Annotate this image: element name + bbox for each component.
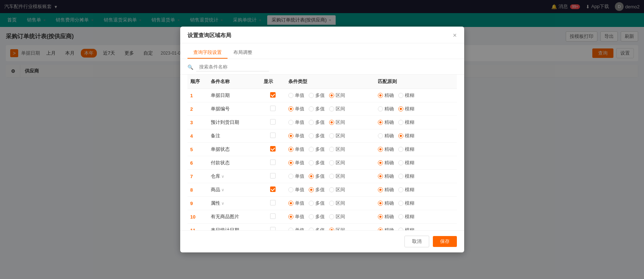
cell-match: 精确模糊	[375, 183, 457, 197]
radio-match-模糊[interactable]: 模糊	[398, 227, 414, 230]
radio-match-精确[interactable]: 精确	[378, 146, 394, 153]
th-condition-type: 条件类型	[285, 75, 375, 89]
radio-label: 精确	[384, 227, 394, 230]
display-checkbox[interactable]	[270, 227, 276, 230]
radio-type-区间[interactable]: 区间	[329, 227, 345, 230]
display-checkbox[interactable]	[270, 160, 276, 165]
radio-circle	[378, 187, 383, 192]
cell-match: 精确模糊	[375, 129, 457, 143]
radio-match-模糊[interactable]: 模糊	[398, 160, 414, 166]
radio-label: 区间	[336, 173, 345, 180]
radio-circle	[398, 187, 403, 192]
radio-match-精确[interactable]: 精确	[378, 213, 394, 220]
radio-type-单值[interactable]: 单值	[288, 146, 304, 153]
cell-type: 单值多值区间	[285, 102, 375, 116]
radio-match-精确[interactable]: 精确	[378, 92, 394, 99]
radio-match-精确[interactable]: 精确	[378, 227, 394, 230]
radio-type-区间[interactable]: 区间	[329, 200, 345, 207]
radio-label: 模糊	[405, 173, 414, 180]
radio-type-单值[interactable]: 单值	[288, 200, 304, 207]
tab-layout-adjust[interactable]: 布局调整	[228, 47, 258, 59]
radio-type-单值[interactable]: 单值	[288, 160, 304, 166]
radio-match-精确[interactable]: 精确	[378, 186, 394, 193]
radio-match-精确[interactable]: 精确	[378, 133, 394, 139]
table-row: 3预计到货日期单值多值区间精确模糊	[187, 116, 457, 129]
table-row: 1单据日期单值多值区间精确模糊	[187, 89, 457, 102]
radio-match-精确[interactable]: 精确	[378, 200, 394, 207]
display-checkbox[interactable]	[270, 186, 276, 192]
radio-type-多值[interactable]: 多值	[309, 146, 325, 153]
display-checkbox[interactable]	[270, 106, 276, 111]
radio-type-多值[interactable]: 多值	[309, 106, 325, 112]
dialog-title: 设置查询区域布局	[187, 32, 231, 39]
display-checkbox[interactable]	[270, 173, 276, 178]
radio-match-精确[interactable]: 精确	[378, 160, 394, 166]
cell-name: 备注	[208, 129, 261, 143]
radio-match-模糊[interactable]: 模糊	[398, 106, 414, 112]
radio-type-单值[interactable]: 单值	[288, 173, 304, 180]
radio-type-多值[interactable]: 多值	[309, 92, 325, 99]
table-row: 5单据状态单值多值区间精确模糊	[187, 143, 457, 156]
radio-type-单值[interactable]: 单值	[288, 133, 304, 139]
radio-type-单值[interactable]: 单值	[288, 186, 304, 193]
radio-match-模糊[interactable]: 模糊	[398, 146, 414, 153]
radio-match-模糊[interactable]: 模糊	[398, 92, 414, 99]
radio-label: 精确	[384, 213, 394, 220]
radio-type-多值[interactable]: 多值	[309, 173, 325, 180]
save-button[interactable]: 保存	[433, 236, 457, 247]
radio-match-精确[interactable]: 精确	[378, 119, 394, 126]
radio-circle	[288, 228, 293, 230]
radio-type-单值[interactable]: 单值	[288, 106, 304, 112]
radio-circle	[378, 120, 383, 125]
radio-type-单值[interactable]: 单值	[288, 119, 304, 126]
search-input[interactable]	[196, 63, 269, 71]
radio-type-区间[interactable]: 区间	[329, 92, 345, 99]
radio-circle	[288, 160, 293, 165]
radio-type-区间[interactable]: 区间	[329, 160, 345, 166]
radio-match-模糊[interactable]: 模糊	[398, 186, 414, 193]
cell-name: 单据编号	[208, 102, 261, 116]
radio-type-多值[interactable]: 多值	[309, 160, 325, 166]
cancel-button[interactable]: 取消	[404, 236, 429, 247]
radio-type-区间[interactable]: 区间	[329, 106, 345, 112]
display-checkbox[interactable]	[270, 146, 276, 152]
cell-name: 来日统计日期	[208, 224, 261, 231]
radio-type-多值[interactable]: 多值	[309, 213, 325, 220]
dialog-close-button[interactable]: ×	[453, 32, 457, 39]
cell-match: 精确模糊	[375, 210, 457, 224]
radio-match-模糊[interactable]: 模糊	[398, 173, 414, 180]
tab-query-fields[interactable]: 查询字段设置	[187, 47, 228, 59]
radio-circle	[309, 187, 314, 192]
radio-type-多值[interactable]: 多值	[309, 133, 325, 139]
radio-type-单值[interactable]: 单值	[288, 213, 304, 220]
radio-match-模糊[interactable]: 模糊	[398, 119, 414, 126]
radio-type-区间[interactable]: 区间	[329, 119, 345, 126]
display-checkbox[interactable]	[270, 200, 276, 205]
radio-type-多值[interactable]: 多值	[309, 186, 325, 193]
radio-type-区间[interactable]: 区间	[329, 146, 345, 153]
cell-display	[261, 183, 285, 197]
radio-match-模糊[interactable]: 模糊	[398, 133, 414, 139]
table-row: 11来日统计日期单值多值区间精确模糊	[187, 224, 457, 231]
table-row: 8商品 ∨单值多值区间精确模糊	[187, 183, 457, 197]
display-checkbox[interactable]	[270, 119, 276, 125]
radio-match-模糊[interactable]: 模糊	[398, 213, 414, 220]
radio-type-单值[interactable]: 单值	[288, 227, 304, 230]
cell-order: 9	[187, 197, 208, 210]
radio-type-区间[interactable]: 区间	[329, 186, 345, 193]
cell-type: 单值多值区间	[285, 224, 375, 231]
display-checkbox[interactable]	[270, 133, 276, 138]
radio-type-多值[interactable]: 多值	[309, 119, 325, 126]
cell-match: 精确模糊	[375, 116, 457, 129]
radio-type-区间[interactable]: 区间	[329, 213, 345, 220]
radio-type-单值[interactable]: 单值	[288, 92, 304, 99]
radio-match-精确[interactable]: 精确	[378, 173, 394, 180]
radio-type-多值[interactable]: 多值	[309, 200, 325, 207]
radio-match-精确[interactable]: 精确	[378, 106, 394, 112]
radio-match-模糊[interactable]: 模糊	[398, 200, 414, 207]
display-checkbox[interactable]	[270, 213, 276, 219]
display-checkbox[interactable]	[270, 92, 276, 98]
radio-type-区间[interactable]: 区间	[329, 173, 345, 180]
radio-type-多值[interactable]: 多值	[309, 227, 325, 230]
radio-type-区间[interactable]: 区间	[329, 133, 345, 139]
